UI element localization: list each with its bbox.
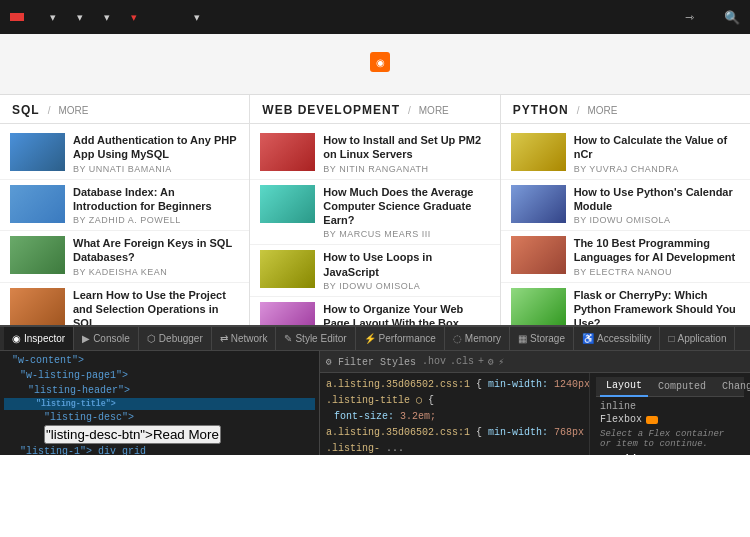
nav-item-awards[interactable]	[164, 0, 182, 34]
tab-label: Performance	[379, 333, 436, 344]
thumbnail-image	[10, 133, 65, 171]
nav-item-hardware[interactable]: ▾	[92, 0, 119, 34]
thumbnail-image	[260, 133, 315, 171]
tab-icon: ▶	[82, 333, 90, 344]
chevron-down-icon: ▾	[50, 11, 56, 24]
nav-item-lifestyle[interactable]: ▾	[65, 0, 92, 34]
html-line: "listing-desc">	[4, 410, 315, 425]
thumbnail-image	[511, 236, 566, 274]
grid-section: ▶ Grid ul li	[600, 453, 740, 455]
article-title: How to Use Python's Calendar Module	[574, 185, 740, 214]
article-item[interactable]: What Are Foreign Keys in SQL Databases? …	[0, 231, 249, 283]
article-text: The 10 Best Programming Languages for AI…	[574, 236, 740, 277]
article-text: How to Organize Your Web Page Layout Wit…	[323, 302, 489, 325]
devtools-tab-performance[interactable]: ⚡Performance	[356, 327, 445, 351]
article-title: Database Index: An Introduction for Begi…	[73, 185, 239, 214]
tab-computed[interactable]: Computed	[652, 377, 712, 397]
article-text: Database Index: An Introduction for Begi…	[73, 185, 239, 226]
article-text: How to Use Python's Calendar Module BY I…	[574, 185, 740, 226]
article-item[interactable]: Database Index: An Introduction for Begi…	[0, 180, 249, 232]
tab-icon: ⇄	[220, 333, 228, 344]
devtools-tab-accessibility[interactable]: ♿Accessibility	[574, 327, 660, 351]
tab-label: Console	[93, 333, 130, 344]
inline-label: inline	[600, 401, 740, 412]
article-thumbnail	[10, 236, 65, 274]
article-thumbnail	[260, 302, 315, 325]
devtools-body: "w-content"> "w-listing-page1"> "listing…	[0, 351, 750, 455]
article-text: Add Authentication to Any PHP App Using …	[73, 133, 239, 174]
rss-icon[interactable]: ◉	[370, 52, 390, 72]
nav-right-controls: ⇾ 🔍	[685, 10, 740, 25]
thumbnail-image	[10, 288, 65, 325]
html-line: "listing-desc-btn">Read More	[4, 425, 315, 444]
devtools-tab-console[interactable]: ▶Console	[74, 327, 139, 351]
main-content: SQL / MORE Add Authentication to Any PHP…	[0, 95, 750, 325]
article-author: BY ZADHID A. POWELL	[73, 215, 239, 225]
article-author: BY IDOWU OMISOLA	[574, 215, 740, 225]
nav-item-about[interactable]: ▾	[182, 0, 209, 34]
devtools-tab-application[interactable]: □Application	[660, 327, 735, 351]
article-title: How to Install and Set Up PM2 on Linux S…	[323, 133, 489, 162]
article-thumbnail	[511, 133, 566, 171]
nav-item-free-stuff[interactable]: ▾	[119, 0, 146, 34]
article-item[interactable]: Add Authentication to Any PHP App Using …	[0, 128, 249, 180]
devtools-tab-style-editor[interactable]: ✎Style Editor	[276, 327, 355, 351]
article-author: BY ELECTRA NANOU	[574, 267, 740, 277]
html-line: "listing-header">	[4, 383, 315, 398]
chevron-down-icon: ▾	[131, 11, 137, 24]
chevron-down-icon: ▾	[194, 11, 200, 24]
devtools-tab-memory[interactable]: ◌Memory	[445, 327, 510, 351]
thumbnail-image	[511, 185, 566, 223]
devtools-tab-network[interactable]: ⇄Network	[212, 327, 277, 351]
article-item[interactable]: How to Use Loops in JavaScript BY IDOWU …	[250, 245, 499, 297]
tab-icon: □	[668, 333, 674, 344]
section-more-python[interactable]: MORE	[587, 105, 617, 116]
article-title: What Are Foreign Keys in SQL Databases?	[73, 236, 239, 265]
section-more-web-dev[interactable]: MORE	[419, 105, 449, 116]
flexbox-label: Flexbox	[600, 414, 740, 425]
article-item[interactable]: How to Organize Your Web Page Layout Wit…	[250, 297, 499, 325]
tab-icon: ◌	[453, 333, 462, 344]
tab-label: Debugger	[159, 333, 203, 344]
nav-menu: ▾ ▾ ▾ ▾ ▾	[38, 0, 685, 34]
article-item[interactable]: How Much Does the Average Computer Scien…	[250, 180, 499, 246]
flexbox-badge	[646, 416, 658, 424]
chevron-down-icon: ▾	[104, 11, 110, 24]
tab-label: Application	[678, 333, 727, 344]
article-title: Flask or CherryPy: Which Python Framewor…	[574, 288, 740, 325]
chevron-down-icon: ▾	[77, 11, 83, 24]
tab-layout[interactable]: Layout	[600, 377, 648, 397]
article-list-web-dev: How to Install and Set Up PM2 on Linux S…	[250, 124, 499, 325]
devtools-tab-debugger[interactable]: ⬡Debugger	[139, 327, 212, 351]
devtools-tab-storage[interactable]: ▦Storage	[510, 327, 574, 351]
article-thumbnail	[511, 185, 566, 223]
filter-icons: .hov .cls + ⚙ ⚡	[422, 356, 504, 368]
article-author: BY UNNATI BAMANIA	[73, 164, 239, 174]
devtools-tab-bar: ◉Inspector▶Console⬡Debugger⇄Network✎Styl…	[0, 327, 750, 351]
article-item[interactable]: Flask or CherryPy: Which Python Framewor…	[501, 283, 750, 325]
thumbnail-image	[10, 185, 65, 223]
section-python: PYTHON / MORE How to Calculate the Value…	[501, 95, 750, 325]
html-line[interactable]: "listing-title">	[4, 398, 315, 410]
article-author: BY NITIN RANGANATH	[323, 164, 489, 174]
article-item[interactable]: How to Calculate the Value of nCr BY YUV…	[501, 128, 750, 180]
html-line: "w-listing-page1">	[4, 368, 315, 383]
article-title: Learn How to Use the Project and Selecti…	[73, 288, 239, 325]
article-item[interactable]: How to Use Python's Calendar Module BY I…	[501, 180, 750, 232]
search-icon[interactable]: 🔍	[724, 10, 740, 25]
section-header-web-dev: WEB DEVELOPMENT / MORE	[250, 95, 499, 124]
article-item[interactable]: The 10 Best Programming Languages for AI…	[501, 231, 750, 283]
article-item[interactable]: Learn How to Use the Project and Selecti…	[0, 283, 249, 325]
tab-changes[interactable]: Changes	[716, 377, 750, 397]
article-item[interactable]: How to Install and Set Up PM2 on Linux S…	[250, 128, 499, 180]
section-more-sql[interactable]: MORE	[58, 105, 88, 116]
nav-item-pc-mobile[interactable]: ▾	[38, 0, 65, 34]
article-thumbnail	[260, 133, 315, 171]
nav-item-deals[interactable]	[146, 0, 164, 34]
tab-icon: ♿	[582, 333, 594, 344]
article-text: Learn How to Use the Project and Selecti…	[73, 288, 239, 325]
article-author: BY KADEISHA KEAN	[73, 267, 239, 277]
styles-filter-bar: ⚙ Filter Styles .hov .cls + ⚙ ⚡	[320, 351, 750, 373]
site-logo[interactable]	[10, 13, 24, 21]
devtools-tab-inspector[interactable]: ◉Inspector	[4, 327, 74, 351]
